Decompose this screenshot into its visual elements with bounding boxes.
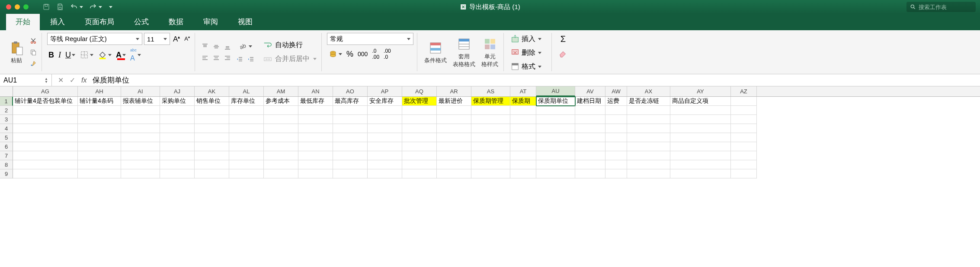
cell-AT8[interactable]	[510, 160, 536, 169]
cell-AU1[interactable]: 保质期单位	[536, 97, 575, 106]
cell-AG3[interactable]	[13, 115, 78, 124]
cut-button[interactable]	[29, 36, 38, 46]
cell-AG2[interactable]	[13, 106, 78, 115]
cell-AK6[interactable]	[195, 142, 229, 151]
search-input[interactable]	[919, 4, 970, 10]
cell-AY8[interactable]	[670, 160, 731, 169]
cell-AJ2[interactable]	[160, 106, 195, 115]
cell-AJ1[interactable]: 采购单位	[160, 97, 195, 106]
cell-AT4[interactable]	[510, 124, 536, 133]
format-painter-button[interactable]	[29, 59, 38, 68]
cell-AS7[interactable]	[471, 151, 510, 160]
increase-indent-button[interactable]	[246, 54, 256, 64]
cell-AI5[interactable]	[121, 133, 160, 142]
cell-AZ4[interactable]	[731, 124, 757, 133]
cell-AM9[interactable]	[264, 169, 298, 178]
cell-AT3[interactable]	[510, 115, 536, 124]
cell-AU2[interactable]	[536, 106, 575, 115]
cell-AY7[interactable]	[670, 151, 731, 160]
cell-AZ9[interactable]	[731, 169, 757, 178]
column-header-AU[interactable]: AU	[536, 86, 575, 96]
cell-AT9[interactable]	[510, 169, 536, 178]
cell-AQ9[interactable]	[402, 169, 437, 178]
cell-AO4[interactable]	[333, 124, 368, 133]
cell-AM2[interactable]	[264, 106, 298, 115]
cell-AR8[interactable]	[437, 160, 471, 169]
cell-AN1[interactable]: 最低库存	[298, 97, 333, 106]
enter-formula-button[interactable]: ✓	[70, 76, 75, 84]
cell-AK3[interactable]	[195, 115, 229, 124]
cell-AN2[interactable]	[298, 106, 333, 115]
cell-AR7[interactable]	[437, 151, 471, 160]
cell-AL1[interactable]: 库存单位	[229, 97, 264, 106]
name-box[interactable]: AU1 ▲▼	[0, 74, 52, 86]
number-format-combo[interactable]: 常规	[327, 33, 413, 45]
cell-AI1[interactable]: 报表辅单位	[121, 97, 160, 106]
cell-AW8[interactable]	[605, 160, 627, 169]
copy-button[interactable]	[29, 48, 38, 57]
cell-AQ5[interactable]	[402, 133, 437, 142]
select-all-corner[interactable]	[0, 86, 13, 96]
cell-AY5[interactable]	[670, 133, 731, 142]
qat-customize-button[interactable]	[109, 6, 112, 8]
cell-AJ7[interactable]	[160, 151, 195, 160]
column-header-AX[interactable]: AX	[627, 86, 670, 96]
tab-公式[interactable]: 公式	[125, 13, 158, 30]
cell-AI6[interactable]	[121, 142, 160, 151]
cell-AW9[interactable]	[605, 169, 627, 178]
cell-AS9[interactable]	[471, 169, 510, 178]
cell-AY2[interactable]	[670, 106, 731, 115]
cell-AI3[interactable]	[121, 115, 160, 124]
cell-AW2[interactable]	[605, 106, 627, 115]
cell-AH2[interactable]	[78, 106, 121, 115]
cell-AP6[interactable]	[368, 142, 402, 151]
column-header-AS[interactable]: AS	[471, 86, 510, 96]
cell-AO9[interactable]	[333, 169, 368, 178]
cell-AX3[interactable]	[627, 115, 670, 124]
cell-AH8[interactable]	[78, 160, 121, 169]
cell-AS8[interactable]	[471, 160, 510, 169]
cell-AN5[interactable]	[298, 133, 333, 142]
cell-AN4[interactable]	[298, 124, 333, 133]
cell-AS1[interactable]: 保质期管理	[471, 97, 510, 106]
cell-AX2[interactable]	[627, 106, 670, 115]
cell-AL6[interactable]	[229, 142, 264, 151]
align-top-button[interactable]	[200, 42, 210, 51]
cell-AU3[interactable]	[536, 115, 575, 124]
percent-button[interactable]: %	[345, 48, 355, 60]
column-header-AR[interactable]: AR	[437, 86, 471, 96]
cell-AH3[interactable]	[78, 115, 121, 124]
cell-AR2[interactable]	[437, 106, 471, 115]
cell-AK9[interactable]	[195, 169, 229, 178]
cell-AM3[interactable]	[264, 115, 298, 124]
cell-AV9[interactable]	[575, 169, 605, 178]
decrease-font-button[interactable]: A▾	[183, 34, 191, 43]
row-header-8[interactable]: 8	[0, 160, 13, 169]
cell-AG1[interactable]: 辅计量4是否包装单位	[13, 97, 78, 106]
cell-AQ7[interactable]	[402, 151, 437, 160]
cell-AL9[interactable]	[229, 169, 264, 178]
cell-AP7[interactable]	[368, 151, 402, 160]
formula-input[interactable]	[90, 76, 980, 85]
cell-AX7[interactable]	[627, 151, 670, 160]
column-header-AM[interactable]: AM	[264, 86, 298, 96]
cell-AH9[interactable]	[78, 169, 121, 178]
column-header-AG[interactable]: AG	[13, 86, 78, 96]
cell-AZ6[interactable]	[731, 142, 757, 151]
row-header-7[interactable]: 7	[0, 151, 13, 160]
cell-AV2[interactable]	[575, 106, 605, 115]
row-header-9[interactable]: 9	[0, 169, 13, 178]
fx-icon[interactable]: fx	[81, 76, 90, 84]
align-middle-button[interactable]	[211, 42, 221, 51]
cell-AJ3[interactable]	[160, 115, 195, 124]
cell-AZ5[interactable]	[731, 133, 757, 142]
italic-button[interactable]: I	[57, 49, 62, 61]
decrease-indent-button[interactable]	[235, 54, 244, 64]
cell-AN9[interactable]	[298, 169, 333, 178]
cell-AU7[interactable]	[536, 151, 575, 160]
cell-AY3[interactable]	[670, 115, 731, 124]
cell-AX8[interactable]	[627, 160, 670, 169]
cell-AV8[interactable]	[575, 160, 605, 169]
cell-AG7[interactable]	[13, 151, 78, 160]
cell-AT2[interactable]	[510, 106, 536, 115]
